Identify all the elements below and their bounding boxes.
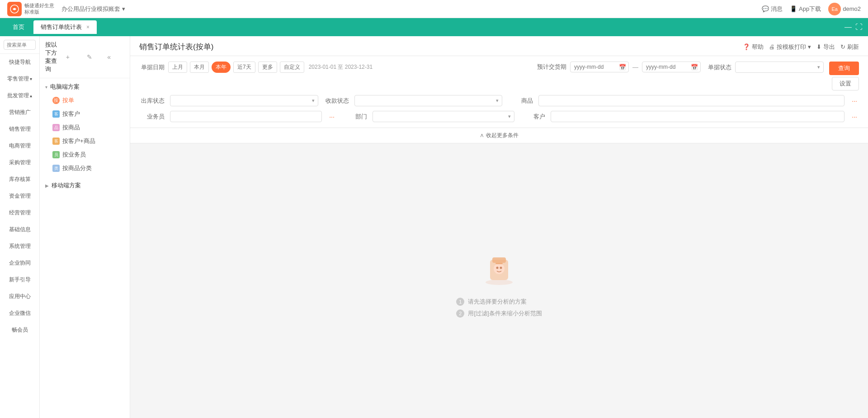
page-actions: ❓ 帮助 🖨 按模板打印 ▾ ⬇ 导出 ↻ 刷新 (743, 43, 859, 51)
salesman-input[interactable] (170, 111, 322, 122)
date-custom-btn[interactable]: 自定义 (280, 62, 304, 73)
sidebar-wechat-label: 企业微信 (9, 310, 31, 316)
print-arrow-icon: ▾ (808, 43, 811, 50)
date-this-month-btn[interactable]: 本月 (190, 62, 209, 73)
salesman-more-btn[interactable]: ··· (327, 113, 336, 120)
sidebar-item-nav[interactable]: 快捷导航 (0, 54, 39, 71)
sidebar-item-cooperation[interactable]: 企业协同 (0, 255, 39, 271)
export-btn[interactable]: ⬇ 导出 (816, 43, 835, 51)
window-maximize-btn[interactable]: ⛶ (855, 23, 863, 31)
bill-status-select[interactable] (735, 62, 824, 73)
sidebar-item-apps[interactable]: 应用中心 (0, 288, 39, 305)
content-area: 按以下方案查询 + ✎ « ▾ 电脑端方案 按 按单 客 按客户 (40, 36, 868, 418)
collapse-panel-btn[interactable]: « (107, 53, 124, 61)
tab-home[interactable]: 首页 (5, 20, 32, 34)
expected-date-start-input[interactable] (570, 62, 629, 72)
date-separator: — (632, 64, 638, 71)
scheme-by-salesman[interactable]: 员 按业务员 (40, 148, 130, 162)
query-btn[interactable]: 查询 (829, 62, 859, 75)
dept-select[interactable] (373, 111, 514, 122)
sidebar-sales-label: 销售管理 (9, 126, 31, 132)
sidebar-item-purchase[interactable]: 采购管理 (0, 154, 39, 171)
tab-close-btn[interactable]: × (86, 24, 90, 30)
add-scheme-btn[interactable]: + (66, 53, 83, 61)
help-icon: ❓ (743, 43, 750, 50)
pc-scheme-group: ▾ 电脑端方案 按 按单 客 按客户 品 按商品 客 按客户+商品 (40, 78, 130, 177)
sidebar-item-member[interactable]: 畅会员 (0, 322, 39, 338)
window-minimize-btn[interactable]: — (844, 23, 852, 31)
date-7days-btn[interactable]: 近7天 (233, 62, 255, 73)
tip-num-1: 1 (456, 298, 464, 306)
sidebar-retail-label: 零售管理 (7, 75, 29, 83)
scheme-by-category[interactable]: 类 按商品分类 (40, 162, 130, 175)
by-salesman-label: 按业务员 (62, 151, 86, 159)
sidebar-item-operation[interactable]: 经营管理 (0, 204, 39, 221)
sidebar-item-retail[interactable]: 零售管理 ▾ (0, 71, 39, 87)
ship-status-select[interactable] (170, 95, 318, 106)
sidebar-item-finance[interactable]: 资金管理 (0, 188, 39, 204)
sidebar-item-wholesale[interactable]: 批发管理 ▴ (0, 87, 39, 104)
wholesale-arrow-icon: ▴ (30, 93, 32, 98)
product-input[interactable] (538, 95, 844, 106)
sidebar-member-label: 畅会员 (12, 327, 28, 333)
date-last-month-btn[interactable]: 上月 (168, 62, 187, 73)
sidebar-item-system[interactable]: 系统管理 (0, 238, 39, 255)
by-order-icon: 按 (52, 97, 60, 104)
sidebar-item-ecommerce[interactable]: 电商管理 (0, 138, 39, 154)
message-label: 消息 (771, 5, 783, 13)
settings-btn[interactable]: 设置 (832, 77, 859, 90)
tip-text-2: 用[过滤]条件来缩小分析范围 (468, 309, 542, 318)
print-label: 按模板打印 (777, 43, 806, 51)
tab-sales-order-stat[interactable]: 销售订单统计表 × (33, 20, 97, 34)
svg-point-1 (486, 280, 513, 285)
sidebar-item-inventory[interactable]: 库存核算 (0, 171, 39, 188)
app-selector[interactable]: 办公用品行业模拟账套 ▾ (58, 3, 129, 15)
product-more-btn[interactable]: ··· (850, 97, 859, 104)
left-panel-title: 按以下方案查询 (45, 41, 62, 73)
help-label: 帮助 (752, 43, 764, 51)
app-download-btn[interactable]: 📱 App下载 (790, 5, 821, 13)
search-input[interactable] (4, 40, 36, 50)
svg-point-4 (494, 263, 505, 274)
scheme-by-customer-product[interactable]: 客 按客户+商品 (40, 134, 130, 148)
mobile-arrow-icon: ▶ (45, 183, 49, 188)
collect-status-select[interactable] (354, 95, 503, 106)
mobile-scheme-parent[interactable]: ▶ 移动端方案 (40, 179, 130, 192)
sidebar-nav-label: 快捷导航 (9, 59, 31, 65)
ship-status-select-wrapper: ▾ (170, 95, 318, 106)
date-this-year-btn[interactable]: 本年 (212, 62, 231, 73)
date-more-btn[interactable]: 更多 (258, 62, 277, 73)
customer-more-btn[interactable]: ··· (850, 113, 859, 120)
scheme-by-customer[interactable]: 客 按客户 (40, 107, 130, 121)
sidebar-newbie-label: 新手引导 (9, 276, 31, 283)
pc-group-label: 电脑端方案 (50, 83, 80, 91)
collect-status-select-wrapper: ▾ (354, 95, 503, 106)
message-icon: 💬 (762, 5, 769, 12)
by-cp-icon: 客 (52, 138, 60, 145)
print-btn[interactable]: 🖨 按模板打印 ▾ (769, 43, 811, 51)
sidebar-item-basic[interactable]: 基础信息 (0, 221, 39, 238)
empty-illustration (476, 244, 522, 290)
svg-point-5 (496, 267, 499, 269)
help-btn[interactable]: ❓ 帮助 (743, 43, 764, 51)
refresh-btn[interactable]: ↻ 刷新 (840, 43, 859, 51)
sidebar-item-sales[interactable]: 销售管理 (0, 121, 39, 138)
scheme-by-product[interactable]: 品 按商品 (40, 121, 130, 134)
main-layout: 快捷导航 零售管理 ▾ 批发管理 ▴ 营销推广 销售管理 电商管理 采购管理 库… (0, 36, 868, 418)
sidebar-item-newbie[interactable]: 新手引导 (0, 271, 39, 288)
edit-scheme-btn[interactable]: ✎ (87, 53, 104, 61)
print-icon: 🖨 (769, 43, 775, 50)
sidebar-item-marketing[interactable]: 营销推广 (0, 104, 39, 121)
expected-date-end-input[interactable] (642, 62, 701, 72)
message-btn[interactable]: 💬 消息 (762, 5, 783, 13)
expected-date-end-wrapper: 📅 (642, 62, 701, 72)
customer-input[interactable] (551, 111, 844, 122)
salesman-label: 业务员 (139, 113, 165, 121)
scheme-by-order[interactable]: 按 按单 (40, 94, 130, 107)
collapse-bar[interactable]: ∧ 收起更多条件 (130, 128, 868, 143)
avatar: Ea (828, 3, 841, 15)
refresh-label: 刷新 (847, 43, 859, 51)
user-area[interactable]: Ea demo2 (828, 3, 861, 15)
sidebar-item-wechat[interactable]: 企业微信 (0, 305, 39, 322)
pc-scheme-parent[interactable]: ▾ 电脑端方案 (40, 80, 130, 94)
